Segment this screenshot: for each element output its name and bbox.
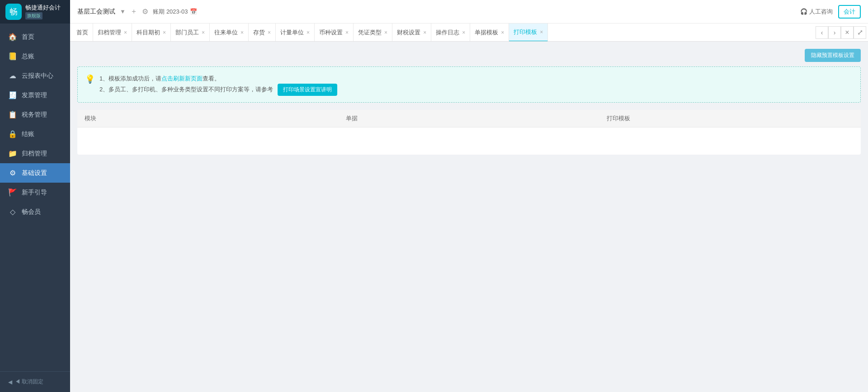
col-module: 模块 <box>77 110 339 127</box>
tab-unit-close[interactable]: × <box>307 29 310 36</box>
period-display: 账期 2023-03 📅 <box>153 8 197 16</box>
sidebar-logo: 畅 畅捷通好会计 旗舰版 <box>0 0 70 24</box>
tab-currency-close[interactable]: × <box>345 29 349 36</box>
topbar-settings-icon[interactable]: ⚙ <box>142 7 148 16</box>
tab-archive-close[interactable]: × <box>124 29 127 36</box>
tab-oplog-label: 操作日志 <box>436 28 459 37</box>
sidebar-item-home[interactable]: 🏠 首页 <box>0 27 70 47</box>
tab-inventory-label: 存货 <box>253 28 265 37</box>
table-body <box>77 128 861 155</box>
tab-subject[interactable]: 科目期初 × <box>132 24 171 42</box>
settings-icon: ⚙ <box>8 169 17 177</box>
content-topbar: 隐藏预置模板设置 <box>77 49 861 62</box>
tab-inventory[interactable]: 存货 × <box>249 24 276 42</box>
topbar-right: 🎧 人工咨询 会计 <box>800 5 861 19</box>
tabbar: 首页 归档管理 × 科目期初 × 部门员工 × 往来单位 × 存货 × 计量单位… <box>70 24 868 42</box>
tab-home-label: 首页 <box>76 28 88 37</box>
tab-next-button[interactable]: › <box>828 26 841 39</box>
calendar-icon[interactable]: 📅 <box>190 8 197 15</box>
home-icon: 🏠 <box>8 33 17 41</box>
support-button[interactable]: 🎧 人工咨询 <box>800 8 833 16</box>
period-value: 2023-03 <box>166 8 188 15</box>
tab-close-all-button[interactable]: × <box>841 26 854 39</box>
tab-unit[interactable]: 计量单位 × <box>276 24 315 42</box>
sidebar-item-member[interactable]: ◇ 畅会员 <box>0 202 70 222</box>
tab-prev-button[interactable]: ‹ <box>816 26 828 39</box>
tab-print-template-close[interactable]: × <box>540 29 543 35</box>
tab-tax-settings[interactable]: 财税设置 × <box>392 24 431 42</box>
tab-tax-settings-label: 财税设置 <box>397 28 420 37</box>
sidebar-item-invoice[interactable]: 🧾 发票管理 <box>0 85 70 105</box>
tab-oplog[interactable]: 操作日志 × <box>431 24 470 42</box>
tab-currency-label: 币种设置 <box>319 28 343 37</box>
sidebar-item-reports[interactable]: ☁ 云报表中心 <box>0 66 70 85</box>
tax-icon: 📋 <box>8 110 17 119</box>
tab-tax-settings-close[interactable]: × <box>423 29 426 36</box>
member-icon: ◇ <box>8 208 17 216</box>
tab-voucher-close[interactable]: × <box>384 29 387 36</box>
info-line1-suffix: 查看。 <box>203 75 220 82</box>
sidebar-item-label: 首页 <box>22 33 34 41</box>
topbar: 基层工会测试 ▼ ＋ ⚙ 账期 2023-03 📅 🎧 人工咨询 会计 <box>70 0 868 24</box>
tab-subject-label: 科目期初 <box>137 28 160 37</box>
hide-template-button[interactable]: 隐藏预置模板设置 <box>805 49 861 62</box>
tab-department-close[interactable]: × <box>202 29 205 36</box>
sidebar-item-close[interactable]: 🔒 结账 <box>0 124 70 144</box>
info-line1-prefix: 1、模板添加成功后，请 <box>99 75 161 82</box>
tab-subject-close[interactable]: × <box>163 29 166 36</box>
tab-voucher-template-close[interactable]: × <box>501 29 504 36</box>
sidebar-item-archive[interactable]: 📁 归档管理 <box>0 144 70 163</box>
tab-archive[interactable]: 归档管理 × <box>93 24 132 42</box>
tab-currency[interactable]: 币种设置 × <box>315 24 354 42</box>
headset-icon: 🎧 <box>800 8 807 15</box>
tab-supplier[interactable]: 往来单位 × <box>210 24 249 42</box>
sidebar-item-guide[interactable]: 🚩 新手引导 <box>0 183 70 202</box>
tab-unit-label: 计量单位 <box>280 28 304 37</box>
tab-print-template-label: 打印模板 <box>514 28 537 36</box>
tab-voucher-template[interactable]: 单据模板 × <box>470 24 509 42</box>
tab-department[interactable]: 部门员工 × <box>171 24 210 42</box>
tab-voucher[interactable]: 凭证类型 × <box>354 24 392 42</box>
sidebar-item-tax[interactable]: 📋 税务管理 <box>0 105 70 124</box>
tab-oplog-close[interactable]: × <box>462 29 465 36</box>
tab-voucher-template-label: 单据模板 <box>475 28 498 37</box>
support-label: 人工咨询 <box>809 8 833 16</box>
tab-inventory-close[interactable]: × <box>268 29 271 36</box>
sidebar: 畅 畅捷通好会计 旗舰版 🏠 首页 📒 总账 ☁ 云报表中心 🧾 发票管理 📋 … <box>0 0 70 392</box>
print-scene-button[interactable]: 打印场景设置宣讲明 <box>278 84 337 96</box>
tab-supplier-close[interactable]: × <box>241 29 244 36</box>
main-content: 隐藏预置模板设置 💡 1、模板添加成功后，请点击刷新新页面查看。 2、多员工、多… <box>70 42 868 392</box>
tab-department-label: 部门员工 <box>175 28 199 37</box>
sidebar-item-label: 畅会员 <box>22 208 41 216</box>
refresh-link[interactable]: 点击刷新新页面 <box>161 75 203 82</box>
sidebar-item-label: 结账 <box>22 130 34 138</box>
guide-icon: 🚩 <box>8 188 17 197</box>
sidebar-item-label: 基础设置 <box>22 169 47 177</box>
sidebar-item-label: 云报表中心 <box>22 72 53 80</box>
tab-voucher-label: 凭证类型 <box>358 28 382 37</box>
tab-supplier-label: 往来单位 <box>214 28 238 37</box>
tab-expand-button[interactable]: ⤢ <box>854 26 866 39</box>
user-role-button[interactable]: 会计 <box>838 5 861 19</box>
add-company-icon[interactable]: ＋ <box>130 7 137 16</box>
sidebar-unpin[interactable]: ◀ ◀ 取消固定 <box>0 371 70 392</box>
table-header: 模块 单据 打印模板 <box>77 110 861 128</box>
info-line2: 2、多员工、多打印机、多种业务类型设置不同打印方案等，请参考 打印场景设置宣讲明 <box>99 84 853 96</box>
archive-icon: 📁 <box>8 149 17 158</box>
sidebar-item-label: 发票管理 <box>22 91 47 99</box>
info-text: 1、模板添加成功后，请点击刷新新页面查看。 2、多员工、多打印机、多种业务类型设… <box>99 73 853 96</box>
tab-print-template[interactable]: 打印模板 × <box>509 24 548 42</box>
period-label: 账期 <box>153 8 165 16</box>
sidebar-item-ledger[interactable]: 📒 总账 <box>0 47 70 66</box>
close-period-icon: 🔒 <box>8 130 17 138</box>
logo-badge: 旗舰版 <box>25 12 42 19</box>
sidebar-item-settings[interactable]: ⚙ 基础设置 <box>0 163 70 183</box>
tab-home[interactable]: 首页 <box>72 24 93 42</box>
company-dropdown-icon[interactable]: ▼ <box>120 8 126 15</box>
logo-title: 畅捷通好会计 <box>25 4 61 12</box>
sidebar-item-label: 新手引导 <box>22 189 47 197</box>
reports-icon: ☁ <box>8 71 17 80</box>
lightbulb-icon: 💡 <box>85 74 95 84</box>
print-template-table: 模块 单据 打印模板 <box>77 110 861 155</box>
col-voucher: 单据 <box>339 110 600 127</box>
